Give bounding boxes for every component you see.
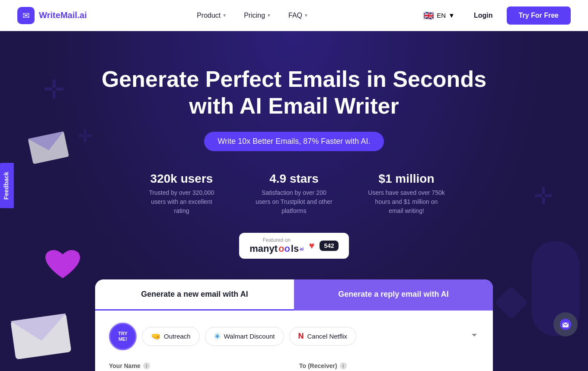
deco-diamond bbox=[495, 285, 528, 319]
nav-faq[interactable]: FAQ ▼ bbox=[281, 8, 315, 23]
stat-million: $1 million Users have saved over 750k ho… bbox=[368, 172, 445, 216]
faq-chevron-icon: ▼ bbox=[304, 13, 308, 18]
logo-icon: ✉ bbox=[17, 7, 35, 24]
tab-bar: Generate a new email with AI Generate a … bbox=[95, 279, 493, 311]
pricing-chevron-icon: ▼ bbox=[267, 13, 271, 18]
hero-title: Generate Perfect Emails in Seconds with … bbox=[99, 66, 489, 120]
deco-cross-2: ✛ bbox=[78, 126, 93, 146]
your-name-field-group: Your Name i ✓ bbox=[109, 362, 289, 371]
stat-users-number: 320k users bbox=[150, 172, 213, 186]
outreach-label: Outreach bbox=[164, 333, 191, 340]
login-button[interactable]: Login bbox=[467, 8, 500, 23]
try-me-badge[interactable]: TRY ME! bbox=[109, 323, 137, 350]
nav-links: Product ▼ Pricing ▼ FAQ ▼ bbox=[190, 8, 315, 23]
stat-stars-desc: Satisfaction by over 200 users on Trustp… bbox=[255, 188, 333, 216]
templates-dropdown-arrow[interactable] bbox=[470, 330, 479, 342]
stat-users: 320k users Trusted by over 320,000 users… bbox=[143, 172, 220, 216]
template-chip-outreach[interactable]: 🤜 Outreach bbox=[142, 327, 200, 346]
your-name-label: Your Name i bbox=[109, 362, 289, 369]
nav-pricing[interactable]: Pricing ▼ bbox=[237, 8, 278, 23]
receiver-field-group: To (Receiver) i bbox=[299, 362, 479, 371]
deco-cross-1: ✛ bbox=[43, 74, 65, 105]
template-row: TRY ME! 🤜 Outreach ✳ Walmart Discount N … bbox=[109, 323, 479, 350]
netflix-emoji: N bbox=[298, 332, 304, 341]
stat-million-desc: Users have saved over 750k hours and $1 … bbox=[368, 188, 445, 216]
tab-reply-email[interactable]: Generate a reply email with AI bbox=[294, 279, 493, 311]
flag-icon: 🇬🇧 bbox=[423, 10, 434, 21]
deco-envelope bbox=[10, 313, 72, 361]
navbar: ✉ WriteMail.ai Product ▼ Pricing ▼ FAQ ▼… bbox=[0, 0, 588, 31]
stat-million-number: $1 million bbox=[378, 172, 434, 186]
template-chip-netflix[interactable]: N Cancel Netflix bbox=[289, 327, 357, 346]
lang-label: EN bbox=[437, 12, 446, 19]
stat-stars-number: 4.9 stars bbox=[269, 172, 319, 186]
manytools-count: 542 bbox=[320, 241, 338, 251]
hero-section: ✛ ✛ ✛ Generate Perfect Emails in Seconds… bbox=[0, 31, 588, 371]
manytools-badge[interactable]: Featured on manyt oo ls ai ♥ 542 bbox=[239, 233, 349, 259]
netflix-label: Cancel Netflix bbox=[307, 333, 348, 340]
deco-envelope-2 bbox=[28, 131, 69, 166]
hero-badge: Write 10x Better Emails, 87% Faster with… bbox=[204, 132, 384, 151]
manytools-featured-text: Featured on manyt oo ls ai bbox=[249, 237, 304, 254]
stat-stars: 4.9 stars Satisfaction by over 200 users… bbox=[255, 172, 333, 216]
hero-stats: 320k users Trusted by over 320,000 users… bbox=[143, 172, 445, 216]
logo-text: WriteMail.ai bbox=[39, 10, 87, 20]
language-selector[interactable]: 🇬🇧 EN ▼ bbox=[418, 8, 460, 23]
receiver-label: To (Receiver) i bbox=[299, 362, 479, 369]
try-for-free-button[interactable]: Try For Free bbox=[507, 6, 571, 25]
your-name-info-icon[interactable]: i bbox=[143, 362, 150, 369]
lang-chevron-icon: ▼ bbox=[448, 12, 455, 19]
deco-heart bbox=[43, 248, 82, 284]
template-chip-walmart[interactable]: ✳ Walmart Discount bbox=[205, 327, 284, 346]
email-generator: Generate a new email with AI Generate a … bbox=[95, 279, 493, 371]
product-chevron-icon: ▼ bbox=[222, 13, 227, 18]
nav-right: 🇬🇧 EN ▼ Login Try For Free bbox=[418, 6, 571, 25]
manytools-heart-icon: ♥ bbox=[309, 240, 314, 251]
receiver-info-icon[interactable]: i bbox=[340, 362, 347, 369]
outreach-emoji: 🤜 bbox=[151, 332, 160, 341]
chat-icon bbox=[559, 318, 572, 330]
manytools-logo: manyt oo ls ai bbox=[249, 243, 304, 254]
feedback-tab[interactable]: Feedback bbox=[0, 163, 14, 208]
stat-users-desc: Trusted by over 320,000 users with an ex… bbox=[143, 188, 220, 216]
deco-cross-3: ✛ bbox=[534, 182, 553, 210]
hero-content: Generate Perfect Emails in Seconds with … bbox=[99, 66, 489, 371]
chat-fab-button[interactable] bbox=[553, 312, 578, 336]
fields-row: Your Name i ✓ To (Receiver) i bbox=[109, 362, 479, 371]
nav-product[interactable]: Product ▼ bbox=[190, 8, 233, 23]
form-area: TRY ME! 🤜 Outreach ✳ Walmart Discount N … bbox=[95, 311, 493, 371]
featured-on-label: Featured on bbox=[249, 237, 304, 243]
logo[interactable]: ✉ WriteMail.ai bbox=[17, 7, 87, 24]
tab-new-email[interactable]: Generate a new email with AI bbox=[95, 279, 294, 311]
walmart-label: Walmart Discount bbox=[224, 333, 275, 340]
walmart-emoji: ✳ bbox=[214, 332, 220, 341]
